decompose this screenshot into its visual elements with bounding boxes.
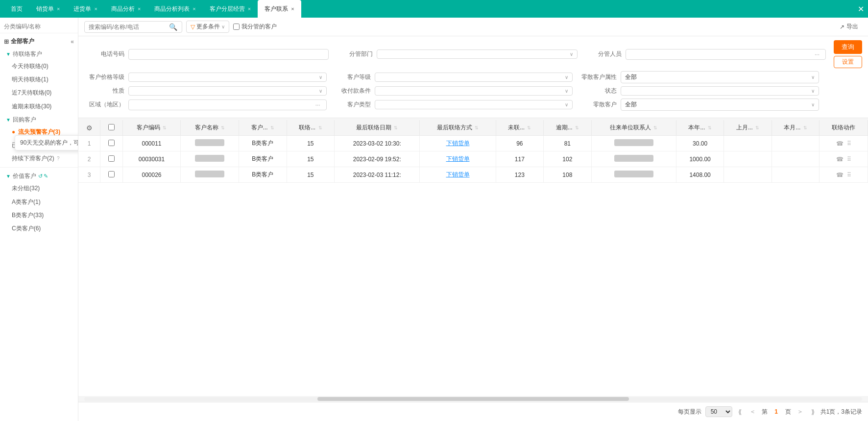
row-last-method-cell[interactable]: 下销货单: [420, 136, 496, 151]
sort-icon[interactable]: ⇅: [394, 125, 398, 130]
next-page-btn[interactable]: ＞: [795, 406, 805, 417]
sidebar-item-today[interactable]: 今天待联络(0): [0, 60, 78, 73]
edit-icon[interactable]: ✎: [44, 173, 48, 179]
my-customers-check[interactable]: [233, 24, 240, 30]
per-page-select[interactable]: 50 100 200: [705, 406, 732, 417]
group-value-customers[interactable]: ▼ 价值客户 ↺ ✎: [0, 170, 78, 182]
row-last-method-cell[interactable]: 下销货单: [420, 151, 496, 167]
sort-icon[interactable]: ⇅: [708, 125, 712, 130]
row-checkbox-cell[interactable]: [100, 151, 122, 167]
sidebar-item-a-class[interactable]: A类客户(1): [0, 196, 78, 209]
sidebar-item-7days[interactable]: 近7天待联络(0): [0, 86, 78, 99]
row-checkbox[interactable]: [108, 171, 115, 177]
toolbar-search-input[interactable]: [89, 24, 167, 30]
window-close-button[interactable]: ✕: [858, 4, 864, 14]
gear-icon[interactable]: ⚙: [86, 124, 93, 132]
row-checkbox-cell[interactable]: [100, 167, 122, 183]
sidebar-item-ungroup[interactable]: 未分组(32): [0, 182, 78, 195]
sort-icon[interactable]: ⇅: [270, 125, 274, 130]
filter-manager-select[interactable]: ···: [626, 49, 826, 60]
filter-price-grade-select[interactable]: ∨: [128, 73, 327, 82]
close-icon[interactable]: ×: [94, 6, 97, 12]
tab-sales[interactable]: 销货单 ×: [29, 0, 67, 18]
sort-icon[interactable]: ⇅: [575, 125, 579, 130]
sidebar-search-icon[interactable]: 🔍: [77, 23, 78, 30]
tab-customer-tier[interactable]: 客户分层经营 ×: [203, 0, 258, 18]
group-repurchase[interactable]: ▼ 回购客户: [0, 113, 78, 125]
sort-icon[interactable]: ⇅: [527, 125, 531, 130]
sidebar-item-tomorrow[interactable]: 明天待联络(1): [0, 73, 78, 86]
sidebar-item-declining[interactable]: 持续下滑客户(2) ?: [0, 152, 78, 165]
ellipsis-icon[interactable]: ···: [313, 101, 322, 108]
tab-customer-contact[interactable]: 客户联系 ×: [258, 0, 301, 18]
row-checkbox[interactable]: [108, 140, 115, 146]
sort-icon[interactable]: ⇅: [475, 125, 479, 130]
filter-region-select[interactable]: ···: [128, 99, 327, 110]
last-page-btn[interactable]: ⟫: [809, 407, 817, 417]
filter-payment-select[interactable]: ∨: [375, 86, 573, 96]
more-action-icon[interactable]: ⠿: [847, 140, 851, 147]
sort-icon[interactable]: ⇅: [653, 125, 657, 130]
row-checkbox[interactable]: [108, 155, 115, 162]
first-page-btn[interactable]: ⟪: [736, 407, 744, 417]
sidebar-search-input[interactable]: [4, 23, 77, 30]
group-pending-contact[interactable]: ▼ 待联络客户: [0, 48, 78, 60]
contact-action-icon[interactable]: ☎: [836, 156, 844, 163]
all-customers-label[interactable]: ⊞ 全部客户 «: [0, 33, 78, 48]
refresh-icon[interactable]: ↺: [38, 173, 43, 179]
settings-button[interactable]: 设置: [834, 56, 862, 68]
more-action-icon[interactable]: ⠿: [847, 156, 851, 163]
tab-analysis-list[interactable]: 商品分析列表 ×: [147, 0, 202, 18]
question-icon[interactable]: ?: [57, 156, 60, 161]
collapse-icon[interactable]: «: [71, 38, 74, 45]
prev-page-btn[interactable]: ＜: [747, 406, 758, 417]
contact-action-icon[interactable]: ☎: [836, 172, 844, 178]
filter-customer-grade-select[interactable]: ∨: [375, 73, 573, 82]
filter-scattered-select[interactable]: 全部 ∨: [621, 99, 819, 111]
sort-icon[interactable]: ⇅: [318, 125, 322, 130]
filter-scattered-attr-select[interactable]: 全部 ∨: [621, 71, 819, 83]
sort-icon[interactable]: ⇅: [221, 125, 225, 130]
filter-phone-input[interactable]: [128, 49, 329, 60]
close-icon[interactable]: ×: [138, 6, 141, 12]
scrollbar-thumb[interactable]: [317, 397, 628, 401]
filter-status-select[interactable]: ∨: [621, 86, 819, 96]
select-all-checkbox[interactable]: [108, 124, 115, 130]
sort-icon[interactable]: ⇅: [163, 125, 167, 130]
horizontal-scrollbar[interactable]: [84, 397, 862, 401]
chevron-down-icon: ∨: [565, 88, 568, 94]
export-button[interactable]: ↗ 导出: [836, 21, 862, 32]
more-action-icon[interactable]: ⠿: [847, 172, 851, 178]
filter-nature-select[interactable]: ∨: [128, 86, 327, 96]
sidebar-item-b-class[interactable]: B类客户(33): [0, 209, 78, 222]
row-last-method-cell[interactable]: 下销货单: [420, 167, 496, 183]
query-button[interactable]: 查询: [834, 40, 862, 54]
ellipsis-icon[interactable]: ···: [813, 51, 821, 58]
last-method-link[interactable]: 下销货单: [446, 140, 470, 147]
filter-customer-type-select[interactable]: ∨: [375, 100, 573, 109]
content-area: 🔍 ▽ 更多条件 ∨ 我分管的客户 ↗ 导出 电话号码: [78, 18, 868, 421]
sidebar-item-overdue[interactable]: 逾期未联络(30): [0, 100, 78, 113]
close-icon[interactable]: ×: [193, 6, 195, 12]
close-icon[interactable]: ×: [248, 6, 251, 12]
close-icon[interactable]: ×: [291, 6, 294, 12]
tab-home[interactable]: 首页: [4, 0, 29, 18]
row-action-cell[interactable]: ☎ ⠿: [820, 136, 868, 151]
toolbar-search-icon[interactable]: 🔍: [169, 23, 177, 31]
row-action-cell[interactable]: ☎ ⠿: [820, 151, 868, 167]
contact-action-icon[interactable]: ☎: [836, 140, 844, 147]
row-action-cell[interactable]: ☎ ⠿: [820, 167, 868, 183]
last-method-link[interactable]: 下销货单: [446, 171, 470, 178]
tab-analysis[interactable]: 商品分析 ×: [104, 0, 147, 18]
filter-dept-select[interactable]: ∨: [377, 50, 577, 59]
my-customers-checkbox[interactable]: 我分管的客户: [233, 23, 277, 31]
filter-more-btn[interactable]: ▽ 更多条件 ∨: [186, 21, 229, 33]
sidebar-item-c-class[interactable]: C类客户(6): [0, 222, 78, 235]
tab-purchase[interactable]: 进货单 ×: [67, 0, 104, 18]
close-icon[interactable]: ×: [57, 6, 60, 12]
sort-icon[interactable]: ⇅: [803, 125, 807, 130]
last-method-link[interactable]: 下销货单: [446, 155, 470, 162]
col-gear[interactable]: ⚙: [78, 120, 100, 136]
row-checkbox-cell[interactable]: [100, 136, 122, 151]
sort-icon[interactable]: ⇅: [755, 125, 759, 130]
